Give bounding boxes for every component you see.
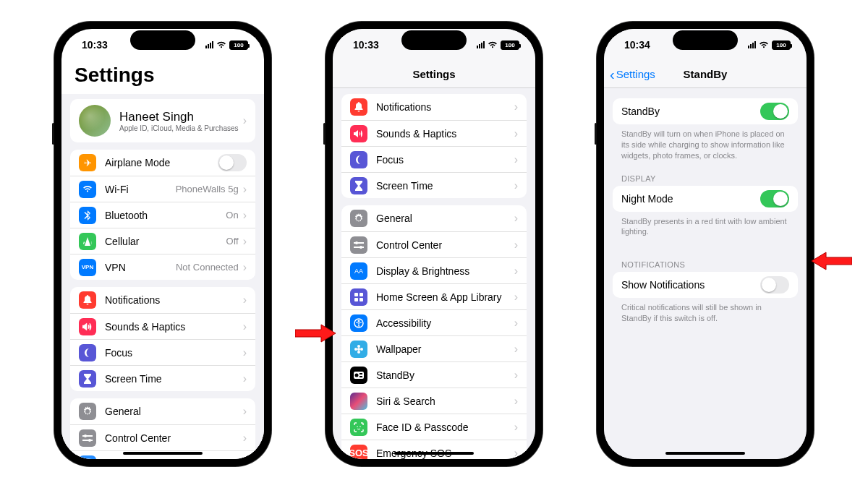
annotation-arrow-1 (295, 322, 336, 344)
row-label: StandBy (376, 369, 514, 381)
row-label: Display & Brightness (105, 458, 243, 460)
row-label: Wi-Fi (105, 184, 176, 195)
row-label: Bluetooth (105, 210, 226, 221)
annotation-arrow-2 (812, 250, 852, 272)
sos-row[interactable]: SOSEmergency SOS› (341, 440, 527, 459)
grid-icon (350, 288, 367, 306)
accessibility-row[interactable]: Accessibility› (341, 309, 527, 335)
standby-toggle-row[interactable]: StandBy (613, 98, 798, 124)
hourglass-icon (350, 177, 367, 194)
flower-icon (350, 341, 367, 358)
home-indicator[interactable] (123, 452, 203, 455)
home-indicator[interactable] (394, 452, 474, 455)
chevron-right-icon: › (243, 209, 247, 222)
siri-icon (350, 393, 367, 410)
row-label: Focus (105, 347, 243, 359)
chevron-right-icon: › (243, 261, 247, 274)
chevron-right-icon: › (243, 114, 247, 127)
svg-rect-21 (359, 373, 362, 374)
faceid-row[interactable]: Face ID & Passcode› (341, 414, 527, 440)
row-value: On (226, 210, 238, 221)
connectivity-group: ✈︎ Airplane Mode Wi-Fi PhoneWalls 5g › (70, 150, 255, 280)
general-row[interactable]: General› (341, 205, 527, 231)
svg-rect-1 (82, 435, 93, 437)
phone-frame-1: 10:33 100 Settings (54, 22, 271, 466)
chevron-right-icon: › (514, 239, 518, 252)
back-button[interactable]: ‹ Settings (610, 61, 655, 87)
standby-row[interactable]: StandBy› (341, 361, 527, 388)
siri-row[interactable]: Siri & Search› (341, 388, 527, 414)
nav-bar: ‹ Settings StandBy (604, 61, 807, 88)
gear-icon (350, 210, 367, 227)
phone-frame-2: 10:33 100 Settings YTECHB.com Notificat (326, 22, 542, 466)
vpn-row[interactable]: VPN VPN Not Connected › (70, 254, 255, 280)
chevron-right-icon: › (243, 405, 247, 418)
standby-group: StandBy (613, 98, 798, 124)
chevron-right-icon: › (514, 179, 518, 192)
svg-marker-37 (295, 325, 336, 342)
svg-point-23 (357, 426, 358, 427)
standby-icon (350, 367, 367, 384)
chevron-right-icon: › (243, 432, 247, 445)
accessibility-icon (350, 314, 367, 332)
row-label: Sounds & Haptics (105, 321, 243, 333)
control-center-row[interactable]: Control Center› (341, 231, 527, 257)
control-center-row[interactable]: Control Center › (70, 424, 255, 450)
home-indicator[interactable] (665, 452, 745, 455)
chevron-right-icon: › (514, 395, 518, 408)
row-label: Airplane Mode (105, 157, 218, 168)
show-notifications-toggle[interactable] (760, 276, 789, 294)
profile-subtitle: Apple ID, iCloud, Media & Purchases (119, 124, 243, 132)
notifications-row[interactable]: Notifications › (70, 287, 255, 313)
screentime-row[interactable]: Screen Time › (341, 172, 527, 198)
svg-rect-9 (359, 293, 363, 296)
row-label: General (376, 213, 514, 224)
homescreen-row[interactable]: Home Screen & App Library› (341, 283, 527, 309)
speaker-icon (79, 318, 96, 335)
chevron-right-icon: › (243, 458, 247, 460)
display-row[interactable]: AADisplay & Brightness› (341, 257, 527, 283)
display-icon: AA (79, 455, 96, 460)
row-label: Home Screen & App Library (376, 291, 514, 303)
chevron-right-icon: › (243, 320, 247, 333)
row-label: Control Center (376, 239, 514, 251)
row-label: General (105, 406, 243, 417)
wallpaper-row[interactable]: Wallpaper› (341, 335, 527, 361)
show-notifications-row[interactable]: Show Notifications (613, 272, 798, 298)
row-label: Accessibility (376, 317, 514, 329)
chevron-right-icon: › (514, 100, 518, 114)
screentime-row[interactable]: Screen Time › (70, 365, 255, 391)
airplane-toggle[interactable] (218, 154, 247, 171)
focus-row[interactable]: Focus › (70, 339, 255, 365)
moon-icon (79, 344, 96, 361)
apple-id-row[interactable]: Haneet Singh Apple ID, iCloud, Media & P… (70, 99, 255, 142)
night-mode-toggle[interactable] (760, 190, 789, 207)
bluetooth-row[interactable]: Bluetooth On › (70, 202, 255, 228)
row-label: Notifications (376, 101, 514, 113)
display-footer: StandBy presents in a red tint with low … (604, 212, 807, 239)
focus-row[interactable]: Focus › (341, 146, 527, 172)
night-mode-row[interactable]: Night Mode (613, 186, 798, 212)
airplane-mode-row[interactable]: ✈︎ Airplane Mode (70, 150, 255, 176)
sounds-row[interactable]: Sounds & Haptics › (70, 313, 255, 339)
wifi-row[interactable]: Wi-Fi PhoneWalls 5g › (70, 176, 255, 202)
cellular-row[interactable]: Cellular Off › (70, 228, 255, 254)
chevron-right-icon: › (514, 447, 518, 460)
notifications-group: Notifications › Sounds & Haptics › (70, 287, 255, 391)
sounds-row[interactable]: Sounds & Haptics › (341, 120, 527, 146)
chevron-right-icon: › (514, 421, 518, 434)
svg-rect-8 (354, 293, 358, 296)
standby-toggle[interactable] (760, 103, 789, 120)
svg-marker-38 (812, 252, 852, 270)
row-label: Show Notifications (621, 279, 760, 291)
sos-icon: SOS (350, 445, 367, 460)
chevron-right-icon: › (514, 212, 518, 225)
apple-id-group: Haneet Singh Apple ID, iCloud, Media & P… (70, 99, 255, 142)
row-label: Sounds & Haptics (376, 128, 514, 140)
svg-point-15 (357, 345, 360, 348)
notifications-row[interactable]: Notifications › (341, 94, 527, 120)
nav-bar: Settings (333, 61, 535, 88)
general-row[interactable]: General › (70, 398, 255, 424)
nav-title: StandBy (684, 68, 728, 80)
bell-icon (79, 291, 96, 309)
